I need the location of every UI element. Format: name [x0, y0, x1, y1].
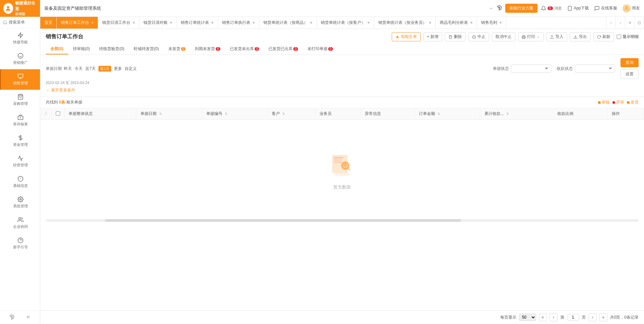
action-review[interactable]: 审核	[598, 99, 610, 105]
sidebar-item-purchase[interactable]: 采购管理	[0, 90, 40, 110]
tab-by-staff-close[interactable]: ✕	[429, 21, 431, 25]
tab-by-customer[interactable]: 销货单统计表（按客户） ✕	[317, 17, 374, 29]
sidebar-item-system[interactable]: 系统管理	[0, 192, 40, 213]
horizontal-scrollbar-thumb[interactable]	[105, 219, 461, 222]
tab-gross-margin[interactable]: 商品毛利分析表 ✕	[436, 17, 477, 29]
sub-tab-all[interactable]: 全部(0)	[46, 44, 68, 54]
expand-filter-button[interactable]: 展开更多条件	[46, 87, 639, 93]
sub-tab-not-shipped[interactable]: 未发货0	[164, 44, 190, 54]
tab-sales-stats-close[interactable]: ✕	[211, 21, 214, 25]
last-page-button[interactable]: »	[599, 313, 607, 321]
tab-sales-exec[interactable]: 销售订单执行表 ✕	[218, 17, 259, 29]
col-date-sort[interactable]: ⇅	[159, 112, 162, 116]
sidebar-collapse-icon[interactable]	[26, 314, 31, 321]
sidebar-item-enterprise[interactable]: 企业协同	[0, 213, 40, 233]
import-button[interactable]: 导入	[546, 32, 567, 41]
select-all-checkbox[interactable]	[56, 111, 60, 116]
first-page-button[interactable]: «	[539, 313, 547, 321]
col-customer-sort[interactable]: ⇅	[282, 112, 285, 116]
topbar-cta-button[interactable]: 体验行业方案	[505, 4, 538, 13]
tab-scroll-right[interactable]: ›	[616, 17, 625, 29]
sub-tab-pending-inspection[interactable]: 待拣货验货(0)	[94, 44, 129, 54]
refresh-button[interactable]: 刷新	[593, 32, 614, 41]
print-button[interactable]: 打印	[518, 32, 544, 41]
cancel-pause-button[interactable]: 取消中止	[492, 32, 515, 41]
tab-sales-profit[interactable]: 销售毛利 ✕	[477, 17, 506, 29]
col-check	[52, 108, 65, 120]
tab-by-product-label: 销货单统计表（按商品）	[263, 20, 308, 26]
sidebar-item-marketing[interactable]: 营销推广	[0, 49, 40, 69]
topbar-notifications[interactable]: 6 消息	[541, 6, 562, 11]
tab-cash-daily[interactable]: 钱货日清工作台 ✕	[98, 17, 139, 29]
query-button[interactable]: 查询	[620, 58, 639, 67]
tab-cash-reconcile[interactable]: 钱货日清对账 ✕	[139, 17, 177, 29]
tab-maximize[interactable]: ⊡	[635, 17, 644, 29]
topbar-user[interactable]: 用友	[622, 4, 640, 12]
add-button[interactable]: + 新增	[423, 32, 442, 41]
tab-by-product-close[interactable]: ✕	[310, 21, 312, 25]
sidebar-item-sales[interactable]: 销售管理	[0, 69, 40, 90]
filter-status-select[interactable]	[511, 65, 551, 73]
notification-label: 消息	[554, 6, 562, 11]
tab-home[interactable]: 首页	[40, 17, 57, 29]
delete-button[interactable]: 删除	[445, 32, 466, 41]
sub-tab-wangpu[interactable]: 旺铺待发货(0)	[129, 44, 164, 54]
topbar-app-download[interactable]: App下载	[567, 5, 589, 11]
tab-scroll-left[interactable]: ‹	[606, 17, 616, 29]
svg-point-13	[20, 199, 22, 200]
topbar-online-service[interactable]: 在线客服	[594, 5, 617, 11]
sub-tab-shipped-out[interactable]: 已发货已出库0	[264, 44, 303, 54]
per-page-select[interactable]: 10 20 50 100	[519, 314, 536, 321]
smart-create-button[interactable]: 智能生单	[392, 32, 421, 41]
action-ship[interactable]: 发货	[627, 99, 639, 105]
sidebar-item-quick-nav[interactable]: 快捷导航	[0, 28, 40, 49]
notification-badge: 6	[548, 6, 553, 10]
filter-date-today[interactable]: 今天	[75, 66, 83, 72]
col-number-sort[interactable]: ⇅	[225, 112, 227, 116]
topbar-dropdown[interactable]	[489, 6, 493, 10]
action-cancel-review[interactable]: 弃审	[612, 99, 624, 105]
sub-tab-shipped-not-out[interactable]: 已发货未出库0	[225, 44, 264, 54]
next-page-button[interactable]: ›	[589, 313, 597, 321]
tab-sales-profit-close[interactable]: ✕	[499, 21, 502, 25]
setting-button[interactable]: 设置	[620, 69, 639, 79]
show-detail-checkbox-label[interactable]: 显示明细	[617, 34, 639, 40]
tab-close-current[interactable]: ✕	[625, 17, 635, 29]
tab-cash-reconcile-close[interactable]: ✕	[170, 21, 172, 25]
filter-payment-select[interactable]	[575, 65, 615, 73]
col-collected-sort[interactable]: ⇅	[506, 112, 509, 116]
tab-by-staff[interactable]: 销货单统计表（按业务员） ✕	[374, 17, 436, 29]
tab-sales-order-close[interactable]: ✕	[91, 21, 94, 25]
topbar-settings-icon[interactable]	[497, 5, 502, 11]
tab-sales-stats[interactable]: 销售订单统计表 ✕	[177, 17, 218, 29]
tab-by-product[interactable]: 销货单统计表（按商品） ✕	[259, 17, 317, 29]
filter-date-more[interactable]: 更多	[114, 66, 122, 72]
tab-gross-margin-close[interactable]: ✕	[470, 21, 473, 25]
tab-by-customer-close[interactable]: ✕	[367, 21, 370, 25]
show-detail-checkbox[interactable]	[617, 35, 621, 39]
tab-cash-daily-close[interactable]: ✕	[132, 21, 135, 25]
sub-tab-overdue[interactable]: 到期未发货0	[190, 44, 225, 54]
prev-page-button[interactable]: ‹	[550, 313, 558, 321]
export-button[interactable]: 导出	[570, 32, 591, 41]
pause-button[interactable]: 中止	[468, 32, 489, 41]
sidebar-item-basic-info[interactable]: 基础信息	[0, 172, 40, 192]
sidebar-settings-icon[interactable]	[9, 314, 14, 321]
tab-sales-exec-close[interactable]: ✕	[252, 21, 255, 25]
sidebar-item-inventory[interactable]: 库存核算	[0, 110, 40, 131]
sidebar-item-operations[interactable]: 经营管理	[0, 151, 40, 172]
sidebar-item-finance[interactable]: 资金管理	[0, 131, 40, 151]
page-number-input[interactable]	[567, 314, 579, 321]
tab-sales-order[interactable]: 销售订单工作台 ✕	[57, 17, 98, 29]
horizontal-scrollbar-track[interactable]	[46, 219, 639, 222]
sidebar-item-newbie[interactable]: 新手引导	[0, 233, 40, 254]
col-amount-sort[interactable]: ⇅	[437, 112, 440, 116]
filter-date-1month[interactable]: 近1月	[98, 66, 111, 72]
sub-tab-pending-review[interactable]: 待审核(0)	[68, 44, 95, 54]
sub-tab-not-printed[interactable]: 未打印单据0	[303, 44, 338, 54]
filter-date-yesterday[interactable]: 昨天	[64, 66, 72, 72]
filter-date-custom[interactable]: 自定义	[125, 66, 137, 72]
sidebar-search-item[interactable]: 搜索菜单	[0, 17, 40, 28]
filter-date-7days[interactable]: 近7天	[85, 66, 96, 72]
sidebar: 畅捷通好生意 标准版 搜索菜单 快捷导航 营销推广 销售管理 采购管理 库存核算…	[0, 0, 40, 324]
